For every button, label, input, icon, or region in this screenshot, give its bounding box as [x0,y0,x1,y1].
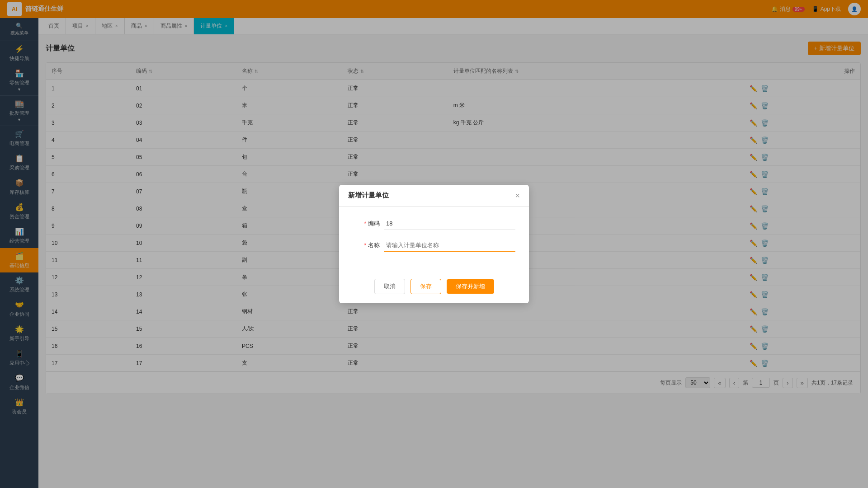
form-row-code: * 编码 [353,217,515,230]
add-unit-modal: 新增计量单位 × * 编码 * 名称 取消 保存 保存并新增 [339,185,529,303]
required-star-name: * [364,242,366,249]
form-row-name: * 名称 [353,239,515,252]
modal-overlay[interactable]: 新增计量单位 × * 编码 * 名称 取消 保存 保存并新增 [0,0,868,488]
name-label-text: 名称 [368,242,380,249]
save-button[interactable]: 保存 [410,279,441,294]
modal-title: 新增计量单位 [348,191,389,200]
cancel-button[interactable]: 取消 [374,279,405,294]
name-input[interactable] [384,239,515,252]
modal-close-button[interactable]: × [515,192,520,200]
name-label: * 名称 [353,241,380,249]
code-input[interactable] [384,217,515,230]
modal-body: * 编码 * 名称 [339,206,529,272]
required-star-code: * [364,220,366,227]
code-label-text: 编码 [368,220,380,227]
modal-footer: 取消 保存 保存并新增 [339,272,529,303]
modal-header: 新增计量单位 × [339,185,529,206]
save-new-button[interactable]: 保存并新增 [447,279,494,294]
code-label: * 编码 [353,220,380,228]
